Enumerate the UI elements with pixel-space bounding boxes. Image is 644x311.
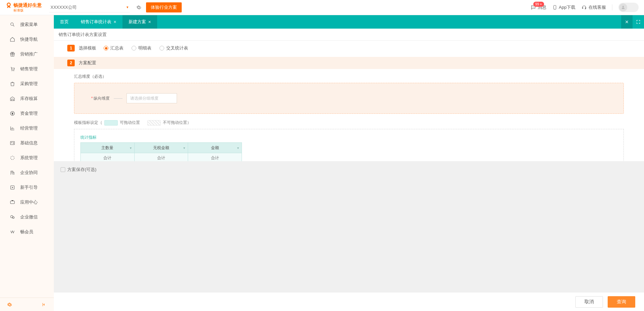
col-label: 无税金额 xyxy=(153,145,169,151)
building-icon xyxy=(9,170,15,176)
legend-drag-label: 可拖动位置 xyxy=(120,120,140,126)
cart-icon xyxy=(9,66,15,72)
svg-point-2 xyxy=(534,7,534,7)
sidebar-item-wechat[interactable]: 企业微信 xyxy=(0,210,54,224)
company-selector[interactable]: XXXXXX公司 ▾ xyxy=(49,2,130,12)
sidebar-item-label: 快捷导航 xyxy=(20,36,38,42)
query-button[interactable]: 查询 xyxy=(608,296,635,308)
dimension-title: 汇总维度（必选） xyxy=(74,74,624,79)
step-2-label: 方案配置 xyxy=(79,60,96,66)
metric-total: 合计 xyxy=(135,153,188,161)
metric-title: 统计指标 xyxy=(80,135,617,140)
chevron-down-icon[interactable]: ▾ xyxy=(130,146,132,150)
settings-button[interactable] xyxy=(134,3,143,12)
radio-label: 交叉统计表 xyxy=(166,45,188,51)
sidebar-item-label: 畅会员 xyxy=(20,229,33,235)
radio-label: 汇总表 xyxy=(110,45,123,51)
save-plan-label: 方案保存(可选) xyxy=(67,167,97,173)
cancel-button[interactable]: 取消 xyxy=(575,296,603,308)
user-avatar[interactable] xyxy=(618,3,639,12)
close-icon[interactable]: ✕ xyxy=(113,20,116,24)
svg-point-7 xyxy=(13,70,14,71)
dash-icon xyxy=(114,98,122,99)
tab-new-plan[interactable]: 新建方案✕ xyxy=(122,15,157,29)
radio-summary[interactable]: 汇总表 xyxy=(104,45,123,51)
divider xyxy=(612,4,612,10)
app-download-link[interactable]: App下载 xyxy=(552,4,575,10)
svg-point-4 xyxy=(554,9,555,9)
radio-icon xyxy=(159,46,164,50)
close-icon[interactable]: ✕ xyxy=(148,20,151,24)
dimension-label: *纵向维度 xyxy=(91,96,110,101)
bag-icon xyxy=(9,81,15,87)
logo-subtitle: 标准版 xyxy=(13,8,24,13)
messages-badge: 99 + xyxy=(533,2,544,7)
company-name: XXXXXX公司 xyxy=(50,4,77,10)
dimension-placeholder: 请选择分组维度 xyxy=(130,96,158,101)
step-1-badge: 1 xyxy=(67,45,75,51)
tab-fullscreen[interactable] xyxy=(633,15,644,29)
sidebar-item-label: 基础信息 xyxy=(20,140,38,146)
dimension-selector[interactable]: 请选择分组维度 xyxy=(127,93,177,103)
tab-sales-stats[interactable]: 销售订单统计表✕ xyxy=(75,15,122,29)
online-service-link[interactable]: 在线客服 xyxy=(581,4,606,10)
sidebar-item-label: 系统管理 xyxy=(20,155,38,161)
metric-col-qty[interactable]: 主数量▾ xyxy=(81,143,135,153)
svg-point-6 xyxy=(12,70,12,71)
legend-lock-label: 不可拖动位置） xyxy=(163,120,191,126)
sidebar-item-appcenter[interactable]: 应用中心 xyxy=(0,195,54,210)
sidebar-item-sales[interactable]: 销售管理 xyxy=(0,62,54,76)
sidebar-settings-icon[interactable] xyxy=(7,302,12,307)
tab-label: 首页 xyxy=(60,19,69,25)
experience-plan-button[interactable]: 体验行业方案 xyxy=(146,2,182,12)
gear-icon xyxy=(136,5,141,10)
chevron-down-icon[interactable]: ▾ xyxy=(237,146,239,150)
tabbar: 首页 销售订单统计表✕ 新建方案✕ xyxy=(54,15,644,29)
radio-icon xyxy=(104,46,108,50)
sidebar-item-search[interactable]: 搜索菜单 xyxy=(0,17,54,32)
metric-col-notax[interactable]: 无税金额▾ xyxy=(135,143,188,153)
gift-icon xyxy=(9,51,15,57)
sidebar-item-label: 营销推广 xyxy=(20,51,38,57)
sidebar-item-operation[interactable]: 经营管理 xyxy=(0,121,54,136)
circle-icon xyxy=(9,155,15,161)
col-label: 金额 xyxy=(211,145,219,151)
swatch-draggable xyxy=(104,120,118,126)
sidebar-item-label: 库存核算 xyxy=(20,96,38,102)
sidebar-item-inventory[interactable]: 库存核算 xyxy=(0,91,54,106)
sidebar-item-finance[interactable]: 资金管理 xyxy=(0,106,54,121)
vip-icon xyxy=(9,229,15,235)
sidebar-item-label: 搜索菜单 xyxy=(20,22,38,28)
sidebar-item-member[interactable]: 畅会员 xyxy=(0,224,54,239)
sidebar-item-system[interactable]: 系统管理 xyxy=(0,150,54,165)
coin-icon xyxy=(9,110,15,116)
sidebar-item-marketing[interactable]: 营销推广 xyxy=(0,47,54,62)
app-download-label: App下载 xyxy=(559,4,575,10)
sidebar-item-baseinfo[interactable]: 基础信息 xyxy=(0,136,54,150)
sidebar-item-label: 经营管理 xyxy=(20,125,38,131)
tab-label: 新建方案 xyxy=(129,19,146,25)
page-title: 销售订单统计表方案设置 xyxy=(54,29,644,41)
tab-home[interactable]: 首页 xyxy=(54,15,75,29)
chevron-down-icon[interactable]: ▾ xyxy=(183,146,185,150)
sidebar-item-label: 销售管理 xyxy=(20,66,38,72)
sidebar-item-purchase[interactable]: 采购管理 xyxy=(0,76,54,91)
tab-close-all[interactable] xyxy=(621,15,633,29)
sidebar-item-label: 应用中心 xyxy=(20,199,38,205)
wechat-icon xyxy=(9,214,15,220)
sidebar-item-quicknav[interactable]: 快捷导航 xyxy=(0,32,54,47)
metric-col-amount[interactable]: 金额▾ xyxy=(188,143,242,153)
sidebar-item-collab[interactable]: 企业协同 xyxy=(0,165,54,180)
radio-detail[interactable]: 明细表 xyxy=(132,45,151,51)
sidebar-item-label: 企业协同 xyxy=(20,170,38,176)
footer: 取消 查询 xyxy=(54,292,644,311)
sidebar-item-guide[interactable]: 新手引导 xyxy=(0,180,54,195)
radio-cross[interactable]: 交叉统计表 xyxy=(159,45,188,51)
home-icon xyxy=(9,36,15,42)
sidebar-item-label: 资金管理 xyxy=(20,110,38,116)
messages-link[interactable]: 99 + 消息 xyxy=(531,4,546,10)
save-plan-checkbox[interactable]: 方案保存(可选) xyxy=(61,167,637,173)
chart-icon xyxy=(9,125,15,131)
sidebar-collapse-icon[interactable] xyxy=(41,302,47,307)
play-icon xyxy=(9,184,15,191)
